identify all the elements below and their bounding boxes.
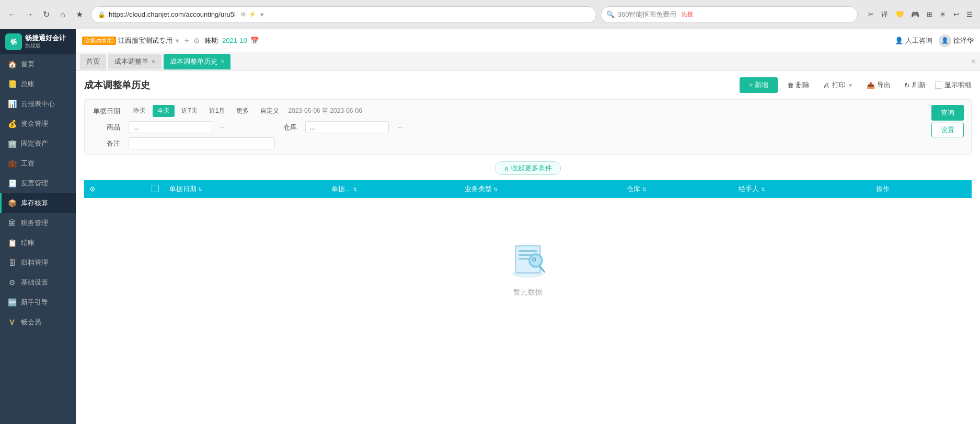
company-selector[interactable]: (勿删勿禁用) 江西服宝测试专用 ▼: [82, 36, 180, 45]
search-icon: 🔍: [606, 10, 615, 18]
tab-home[interactable]: 首页: [80, 54, 106, 69]
collapse-button[interactable]: ∧ 收起更多条件: [495, 161, 561, 175]
topbar-add-icon[interactable]: +: [185, 36, 189, 45]
sidebar-item-ledger[interactable]: 📒 总账: [0, 74, 76, 94]
filter-settings-button[interactable]: 设置: [931, 123, 964, 137]
goods-selector[interactable]: ...: [129, 121, 212, 133]
data-table: ⚙ 单据日期 ⇅ 单据... ⇅: [84, 180, 972, 198]
browser-nav-buttons[interactable]: ← → ↻ ⌂ ★: [5, 7, 87, 22]
sidebar-item-invoice[interactable]: 🧾 发票管理: [0, 173, 76, 193]
sidebar-item-funds[interactable]: 💰 资金管理: [0, 114, 76, 134]
search-bar[interactable]: 🔍 360智能抠图免费用 热搜: [601, 6, 858, 23]
th-settings[interactable]: ⚙: [84, 180, 146, 198]
sidebar-label-salary: 工资: [21, 159, 34, 168]
sidebar-item-inventory[interactable]: 📦 库存核算: [0, 193, 76, 213]
sidebar-item-guide[interactable]: 🆕 新手引导: [0, 292, 76, 312]
sidebar-item-membership[interactable]: V 畅会员: [0, 312, 76, 332]
refresh-button[interactable]: ↻: [39, 7, 53, 22]
date-btn-today[interactable]: 今天: [153, 105, 175, 117]
tab-cost-adjustment-history[interactable]: 成本调整单历史 ×: [164, 54, 230, 69]
support-icon: 👤: [895, 37, 903, 44]
browser-grid-icon: ⊞: [241, 11, 246, 18]
tab-cost-adjustment-close[interactable]: ×: [152, 58, 155, 65]
brightness-icon[interactable]: ☀: [938, 8, 948, 20]
date-btn-custom[interactable]: 自定义: [256, 105, 284, 117]
note-filter-label: 备注: [92, 139, 120, 148]
page-header-actions: + 新增 🗑 删除 🖨 打印 ▼ 📤 导出 ↻: [740, 77, 972, 93]
goods-more-icon[interactable]: ···: [221, 124, 226, 131]
sidebar-item-salary[interactable]: 💼 工资: [0, 154, 76, 173]
history-icon[interactable]: ↩: [951, 8, 961, 20]
filter-goods-warehouse-row: 商品 ... ··· 仓库 ... ···: [92, 121, 919, 133]
menu-icon[interactable]: ☰: [964, 8, 975, 20]
translate-icon[interactable]: 译: [879, 8, 890, 21]
date-range-display: 2023-06-06 至 2023-06-06: [288, 107, 362, 115]
display-checkbox[interactable]: [935, 81, 942, 89]
delete-button[interactable]: 🗑 删除: [783, 78, 814, 92]
sort-warehouse-icon: ⇅: [642, 186, 647, 192]
th-number[interactable]: 单据... ⇅: [326, 180, 459, 198]
print-button[interactable]: 🖨 打印 ▼: [819, 78, 857, 92]
topbar-gear-icon[interactable]: ⚙: [193, 37, 200, 45]
sidebar-item-fixed-assets[interactable]: 🏢 固定资产: [0, 134, 76, 154]
settings-icon: ⚙: [89, 185, 96, 193]
grid-icon[interactable]: ⊞: [925, 8, 935, 20]
period-selector[interactable]: 账期 2021-10 📅: [204, 36, 259, 45]
filter-date-row: 单据日期 昨天 今天 近7天 近1月 更多 自定义 2023-06-06 至 2…: [92, 105, 919, 117]
app-container: 畅 畅捷通好会计 旗舰版 🏠 首页 📒 总账 📊 云报表中心 💰 资金管理 🏢 …: [0, 29, 980, 424]
close-all-tabs-button[interactable]: ×: [971, 57, 976, 66]
sort-date-icon: ⇅: [198, 186, 202, 192]
note-input[interactable]: [129, 137, 275, 149]
date-btn-7days[interactable]: 近7天: [177, 105, 202, 117]
home-button[interactable]: ⌂: [55, 7, 70, 22]
sidebar-item-tax[interactable]: 🏛 税务管理: [0, 213, 76, 233]
sidebar-item-closing[interactable]: 📋 结账: [0, 233, 76, 253]
tab-cost-adjustment-history-close[interactable]: ×: [221, 58, 224, 65]
sidebar-item-reports[interactable]: 📊 云报表中心: [0, 94, 76, 114]
goods-selector-text: ...: [133, 123, 139, 131]
sidebar-item-archive[interactable]: 🗄 归档管理: [0, 253, 76, 273]
date-btn-yesterday[interactable]: 昨天: [129, 105, 151, 117]
scissors-icon[interactable]: ✂: [866, 8, 876, 20]
user-menu[interactable]: 👤 徐泽华: [939, 34, 974, 47]
date-btn-1month[interactable]: 近1月: [204, 105, 230, 117]
tab-cost-adjustment-label: 成本调整单: [114, 57, 148, 66]
support-button[interactable]: 👤 人工咨询: [895, 36, 932, 45]
refresh-button[interactable]: ↻ 刷新: [900, 78, 930, 92]
main-area: (勿删勿禁用) 江西服宝测试专用 ▼ + ⚙ 账期 2021-10 📅 👤 人工…: [76, 29, 980, 424]
new-button[interactable]: + 新增: [740, 77, 778, 93]
back-button[interactable]: ←: [5, 7, 20, 22]
forward-button[interactable]: →: [22, 7, 37, 22]
sort-operator-icon: ⇅: [761, 186, 765, 192]
warehouse-selector[interactable]: ...: [305, 121, 389, 133]
th-checkbox[interactable]: [146, 180, 164, 198]
th-warehouse[interactable]: 仓库 ⇅: [621, 180, 733, 198]
tab-cost-adjustment[interactable]: 成本调整单 ×: [108, 54, 162, 69]
warehouse-more-icon[interactable]: ···: [397, 124, 402, 131]
game-icon[interactable]: 🎮: [909, 8, 921, 20]
sidebar-label-membership: 畅会员: [21, 317, 41, 327]
date-btn-more[interactable]: 更多: [232, 105, 253, 117]
th-operator[interactable]: 经手人 ⇅: [733, 180, 870, 198]
sidebar-label-reports: 云报表中心: [21, 99, 55, 109]
date-buttons: 昨天 今天 近7天 近1月 更多 自定义 2023-06-06 至 2023-0…: [129, 105, 362, 117]
sidebar-item-home[interactable]: 🏠 首页: [0, 54, 76, 74]
th-business-type[interactable]: 业务类型 ⇅: [459, 180, 622, 198]
topbar-actions: 👤 人工咨询 👤 徐泽华: [895, 34, 974, 47]
bookmark-button[interactable]: ★: [72, 7, 87, 22]
wallet-icon[interactable]: 💛: [893, 8, 906, 20]
address-bar[interactable]: 🔒 https://cloud.chanjet.com/accounting/u…: [91, 6, 596, 23]
company-name: 江西服宝测试专用: [118, 36, 172, 45]
select-all-checkbox[interactable]: [152, 185, 159, 192]
refresh-icon: ↻: [904, 81, 910, 89]
support-label: 人工咨询: [905, 36, 932, 45]
th-date[interactable]: 单据日期 ⇅: [164, 180, 327, 198]
calendar-icon: 📅: [250, 37, 259, 44]
display-toggle-label: 显示明细: [944, 80, 972, 90]
lock-icon: 🔒: [98, 11, 106, 18]
display-toggle[interactable]: 显示明细: [935, 80, 972, 90]
sidebar-item-base-settings[interactable]: ⚙ 基础设置: [0, 273, 76, 292]
query-button[interactable]: 查询: [931, 105, 964, 121]
th-business-type-label: 业务类型: [465, 185, 492, 193]
export-button[interactable]: 📤 导出: [862, 78, 895, 92]
